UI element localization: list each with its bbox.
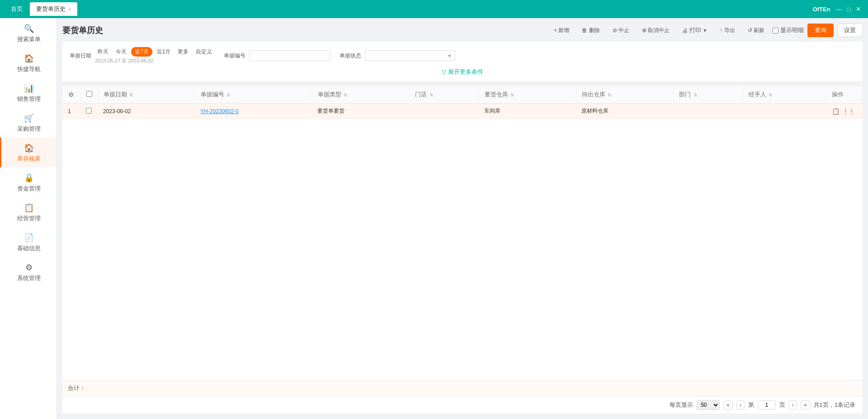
table-header: ⚙ 单据日期 ⇅ 单据编号 ⇅ [62,86,863,104]
status-filter-label: 单据状态 [340,52,361,60]
docno-filter-group: 单据编号 [224,50,330,61]
sidebar-label-inventory: 库存核算 [17,155,41,163]
next-page-button[interactable]: › [789,400,797,409]
tab-bar: 首页 要货单历史 × [5,2,813,16]
sort-doc-date-icon[interactable]: ⇅ [129,92,133,97]
page-input-prefix: 第 [748,401,754,409]
shortcut-7days[interactable]: 近7天 [131,47,152,57]
sidebar-item-basic-info[interactable]: 📄 基础信息 [0,227,57,257]
export-button[interactable]: ↑ 导出 [715,24,739,37]
td-store [410,104,479,119]
status-select-wrapper [365,50,455,61]
action-view-icon[interactable]: 📋 [832,108,840,115]
shortcut-yesterday[interactable]: 昨天 [95,47,111,57]
sidebar-label-sales-mgmt: 销售管理 [17,95,41,103]
sort-pending-warehouse-icon[interactable]: ⇅ [608,92,611,97]
shortcut-today[interactable]: 今天 [113,47,129,57]
sort-dept-icon[interactable]: ⇅ [693,92,697,97]
sys-mgmt-icon: ⚙ [25,262,33,272]
sales-mgmt-icon: 📊 [24,83,34,93]
stop-button[interactable]: ⊘ 中止 [608,24,634,37]
total-label: 共1页，1条记录 [814,401,855,409]
status-filter-group: 单据状态 [340,50,455,61]
select-all-checkbox[interactable] [86,91,92,97]
page-size-label: 每页显示 [670,401,693,409]
print-dropdown-icon: ▼ [703,28,707,33]
sidebar-item-search-menu[interactable]: 🔍 搜索菜单 [0,18,57,48]
sidebar-item-purchase-mgmt[interactable]: 🛒 采购管理 [0,108,57,138]
window-close-icon[interactable]: × [856,5,861,14]
display-detail-checkbox[interactable] [773,28,778,33]
main-layout: 🔍 搜索菜单 🏠 快捷导航 📊 销售管理 🛒 采购管理 🏠 库存核算 🔒 资金管… [0,18,868,419]
shortcut-1month[interactable]: 近1月 [154,47,174,57]
first-page-button[interactable]: « [723,400,733,409]
refresh-button[interactable]: ↺ 刷新 [743,24,769,37]
window-maximize-icon[interactable]: □ [847,6,851,13]
last-page-button[interactable]: » [801,400,810,409]
th-action-label: 操作 [832,91,844,98]
th-store: 门店 ⇅ [410,86,479,104]
filter-row: 单据日期 昨天 今天 近7天 近1月 更多 自定义 2023-05-27 至 2… [70,47,855,64]
row-checkbox[interactable] [86,108,92,114]
sort-doc-no-icon[interactable]: ⇅ [226,92,230,97]
window-minimize-icon[interactable]: — [836,6,842,13]
expand-more-container: ▽ 展开更多条件 [70,68,855,76]
brand-label: OfTEn [813,6,830,13]
sidebar-label-sys-mgmt: 系统管理 [17,274,41,282]
tab-active[interactable]: 要货单历史 × [30,2,77,16]
inventory-icon: 🏠 [24,143,34,153]
date-filter-group: 单据日期 昨天 今天 近7天 近1月 更多 自定义 2023-05-27 至 2… [70,47,215,64]
tab-close-icon[interactable]: × [68,6,71,12]
td-req-warehouse: 车间库 [479,104,576,119]
sort-handler-icon[interactable]: ⇅ [769,92,772,97]
th-doc-type: 单据类型 ⇅ [312,86,409,104]
sidebar-label-operations: 经营管理 [17,214,41,223]
page-number-input[interactable] [758,400,776,409]
sidebar-item-quick-nav[interactable]: 🏠 快捷导航 [0,48,57,78]
date-filter-label: 单据日期 [70,52,91,60]
tab-home[interactable]: 首页 [5,2,29,16]
sidebar-item-sys-mgmt[interactable]: ⚙ 系统管理 [0,257,57,287]
query-button[interactable]: 查询 [807,24,834,37]
sidebar-item-inventory[interactable]: 🏠 库存核算 [0,138,57,167]
search-menu-icon: 🔍 [24,24,34,33]
operations-icon: 📋 [24,203,34,213]
sort-doc-type-icon[interactable]: ⇅ [344,92,347,97]
shortcut-more[interactable]: 更多 [175,47,191,57]
header-row: ⚙ 单据日期 ⇅ 单据编号 ⇅ [62,86,863,104]
basic-info-icon: 📄 [24,233,34,243]
delete-button[interactable]: 🗑 删除 [577,24,604,37]
new-button[interactable]: + 新增 [549,24,574,37]
summary-label: 合计： [68,384,85,392]
td-dept [674,104,743,119]
prev-page-button[interactable]: ‹ [736,400,745,409]
toolbar: + 新增 🗑 删除 ⊘ 中止 ⊗ 取消中止 🖨 打印 ▼ ↑ 导出 ↺ 刷新 显… [549,24,863,37]
td-action: 📋 ⋮⋮ [826,104,863,119]
sort-req-warehouse-icon[interactable]: ⇅ [510,92,514,97]
print-icon: 🖨 [682,27,688,34]
column-settings-icon[interactable]: ⚙ [68,91,74,98]
sidebar-item-sales-mgmt[interactable]: 📊 销售管理 [0,78,57,108]
td-no: 1 [62,104,80,119]
status-select[interactable] [365,50,455,61]
shortcut-custom[interactable]: 自定义 [193,47,215,57]
display-detail-label[interactable]: 显示明细 [773,26,804,34]
th-pending-warehouse-label: 待出仓库 [582,91,605,98]
filter-panel: 单据日期 昨天 今天 近7天 近1月 更多 自定义 2023-05-27 至 2… [62,42,863,81]
settings-button[interactable]: 设置 [837,24,863,37]
sidebar-label-search-menu: 搜索菜单 [17,35,41,43]
print-button[interactable]: 🖨 打印 ▼ [678,24,712,37]
cancel-stop-button[interactable]: ⊗ 取消中止 [637,24,674,37]
td-doc-no[interactable]: YH-20230602-0 [195,104,312,119]
sidebar-item-finance[interactable]: 🔒 资金管理 [0,167,57,197]
top-bar: 首页 要货单历史 × OfTEn — □ × [0,0,868,18]
expand-more-button[interactable]: ▽ 展开更多条件 [442,68,483,76]
sort-store-icon[interactable]: ⇅ [429,92,433,97]
action-icons: 📋 ⋮⋮ [832,108,857,115]
display-detail-text: 显示明细 [780,26,804,34]
page-size-select[interactable]: 10 20 50 100 [697,400,720,410]
action-more-icon[interactable]: ⋮⋮ [842,108,855,115]
sidebar-item-operations[interactable]: 📋 经营管理 [0,197,57,227]
docno-input[interactable] [249,50,330,61]
print-label: 打印 [689,26,701,34]
